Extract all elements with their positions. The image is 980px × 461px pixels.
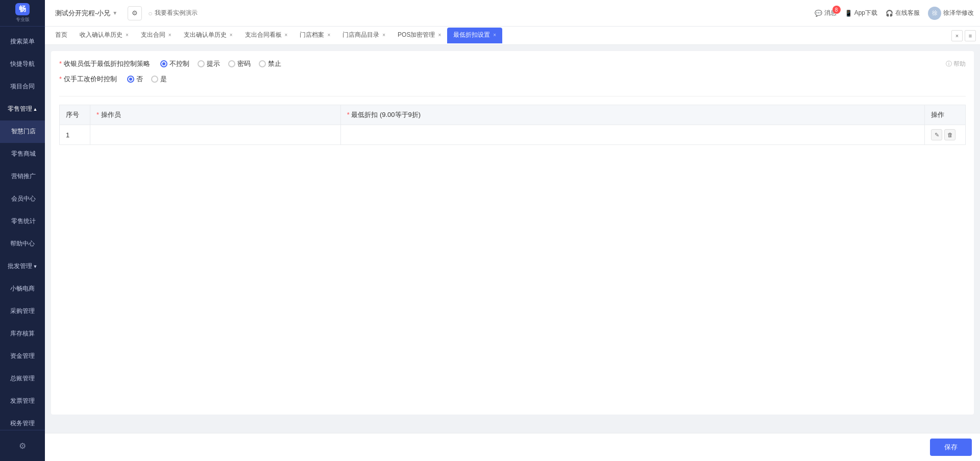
demo-circle-icon: ○	[148, 9, 152, 17]
tab-store-product[interactable]: 门店商品目录 ×	[336, 28, 391, 43]
delete-row-button[interactable]: 🗑	[944, 129, 955, 140]
sidebar-item-fund-manage[interactable]: 资金管理	[0, 345, 45, 368]
project-name: 测试分开完程-小兄	[55, 9, 110, 18]
app-download-button[interactable]: 📱 App下载	[845, 9, 877, 17]
demo-link[interactable]: ○ 我要看实例演示	[148, 9, 197, 17]
tab-payment-confirm[interactable]: 支出确认单历史 ×	[178, 28, 239, 43]
content-card: 收银员低于最低折扣控制策略 不控制 提示 密码	[51, 51, 974, 415]
tab-store-product-label: 门店商品目录	[342, 31, 379, 39]
help-label: 帮助	[953, 60, 966, 68]
radio-no-control-label: 不控制	[169, 59, 189, 68]
cell-min-discount[interactable]	[340, 125, 924, 145]
sidebar-item-smart-store[interactable]: 智慧门店	[0, 120, 45, 143]
tab-store-archive[interactable]: 门店档案 ×	[293, 28, 336, 43]
tab-payment-confirm-close[interactable]: ×	[230, 32, 233, 38]
tab-store-archive-label: 门店档案	[300, 31, 324, 39]
radio-manual-yes-label: 是	[160, 75, 167, 84]
tab-store-archive-close[interactable]: ×	[327, 32, 330, 38]
tab-menu-button[interactable]: ≡	[965, 30, 976, 41]
tab-home-label: 首页	[55, 31, 67, 39]
tab-pos-manage-close[interactable]: ×	[438, 32, 441, 38]
tabs-bar: 首页 收入确认单历史 × 支出合同 × 支出确认单历史 × 支出合同看板 × 门…	[45, 27, 980, 45]
radio-ban-circle	[259, 60, 266, 67]
tab-payment-view-close[interactable]: ×	[285, 32, 288, 38]
sidebar-menu: 搜索菜单 快捷导航 项目合同 零售管理 ▲ 智慧门店 零售商城 营销推广 会员中…	[0, 27, 45, 430]
sidebar-item-batch-manage[interactable]: 批发管理 ▼	[0, 255, 45, 278]
cashier-policy-label: 收银员低于最低折扣控制策略	[59, 59, 150, 68]
tab-payment-contract-label: 支出合同	[141, 31, 165, 39]
tab-min-discount[interactable]: 最低折扣设置 ×	[447, 28, 502, 43]
username-label: 徐泽华修改	[943, 9, 974, 17]
tab-pos-manage-label: POS加密管理	[398, 31, 435, 39]
sidebar-item-purchase-manage[interactable]: 采购管理	[0, 300, 45, 323]
sidebar-item-quick-nav[interactable]: 快捷导航	[0, 53, 45, 76]
sidebar-item-ledger-manage[interactable]: 总账管理	[0, 368, 45, 390]
save-button[interactable]: 保存	[930, 439, 972, 456]
col-operator: * 操作员	[90, 105, 341, 125]
col-actions: 操作	[925, 105, 966, 125]
main-content: 测试分开完程-小兄 ▼ ⚙ ○ 我要看实例演示 💬 消息 8 📱 App下载 🎧…	[45, 0, 980, 461]
tab-payment-view[interactable]: 支出合同看板 ×	[239, 28, 294, 43]
cell-operator[interactable]	[90, 125, 341, 145]
radio-manual-yes[interactable]: 是	[151, 75, 167, 84]
message-button[interactable]: 💬 消息 8	[815, 9, 837, 17]
sidebar-item-member-center[interactable]: 会员中心	[0, 188, 45, 210]
tab-home[interactable]: 首页	[49, 28, 74, 43]
chevron-down-icon-project: ▼	[112, 10, 117, 16]
radio-no-control[interactable]: 不控制	[160, 59, 189, 68]
sidebar-item-invoice-manage[interactable]: 发票管理	[0, 390, 45, 413]
avatar: 徐	[928, 7, 941, 20]
settings-gear-button[interactable]: ⚙	[0, 435, 45, 456]
sidebar-item-retail-manage[interactable]: 零售管理 ▲	[0, 98, 45, 120]
tab-payment-contract-close[interactable]: ×	[168, 32, 172, 38]
cashier-policy-row: 收银员低于最低折扣控制策略 不控制 提示 密码	[59, 59, 966, 68]
message-badge: 8	[832, 6, 841, 14]
user-menu[interactable]: 徐 徐泽华修改	[928, 7, 974, 20]
tab-pos-manage[interactable]: POS加密管理 ×	[391, 28, 447, 43]
tab-min-discount-close[interactable]: ×	[493, 32, 496, 38]
edit-row-button[interactable]: ✎	[931, 129, 942, 140]
manual-price-row: 仅手工改价时控制 否 是	[59, 75, 966, 84]
radio-ban[interactable]: 禁止	[259, 59, 281, 68]
online-support-button[interactable]: 🎧 在线客服	[886, 9, 920, 17]
sidebar-item-help-center[interactable]: 帮助中心	[0, 233, 45, 255]
gear-icon: ⚙	[132, 9, 138, 17]
radio-password-label: 密码	[237, 59, 251, 68]
topbar-right: 💬 消息 8 📱 App下载 🎧 在线客服 徐 徐泽华修改	[815, 7, 974, 20]
help-button[interactable]: ⓘ 帮助	[946, 60, 966, 68]
row-action-buttons: ✎ 🗑	[931, 129, 959, 140]
question-circle-icon: ⓘ	[946, 60, 952, 68]
sidebar-item-project-contract[interactable]: 项目合同	[0, 76, 45, 98]
sidebar-item-tax-manage[interactable]: 税务管理	[0, 413, 45, 430]
sidebar-item-retail-mall[interactable]: 零售商城	[0, 143, 45, 165]
cell-seq: 1	[60, 125, 90, 145]
radio-manual-yes-circle	[151, 76, 158, 83]
tab-payment-confirm-label: 支出确认单历史	[184, 31, 227, 39]
tab-payment-contract[interactable]: 支出合同 ×	[135, 28, 178, 43]
sidebar-item-marketing[interactable]: 营销推广	[0, 165, 45, 188]
sidebar-item-inventory-calc[interactable]: 库存核算	[0, 323, 45, 345]
form-section: 收银员低于最低折扣控制策略 不控制 提示 密码	[59, 59, 966, 96]
page-content: 收银员低于最低折扣控制策略 不控制 提示 密码	[45, 45, 980, 433]
manual-price-label: 仅手工改价时控制	[59, 75, 117, 84]
sidebar-item-search[interactable]: 搜索菜单	[0, 31, 45, 53]
radio-password[interactable]: 密码	[228, 59, 251, 68]
tab-income-confirm-close[interactable]: ×	[126, 32, 129, 38]
tab-store-product-close[interactable]: ×	[382, 32, 385, 38]
sidebar-item-small-ecommerce[interactable]: 小畅电商	[0, 278, 45, 300]
radio-password-circle	[228, 60, 235, 67]
topbar-settings-button[interactable]: ⚙	[128, 6, 142, 20]
table-row: 1 ✎ 🗑	[60, 125, 966, 145]
cashier-policy-radio-group: 不控制 提示 密码 禁止	[160, 59, 281, 68]
radio-manual-no[interactable]: 否	[127, 75, 143, 84]
radio-remind[interactable]: 提示	[198, 59, 220, 68]
radio-manual-no-circle	[127, 76, 134, 83]
radio-ban-label: 禁止	[268, 59, 281, 68]
tab-close-button[interactable]: ×	[951, 30, 963, 41]
sidebar-bottom: ⚙	[0, 430, 45, 461]
tab-income-confirm[interactable]: 收入确认单历史 ×	[74, 28, 135, 43]
sidebar-item-retail-stats[interactable]: 零售统计	[0, 210, 45, 233]
discount-table: 序号 * 操作员 * 最低折扣 (9.00等于9折) 操作	[59, 105, 966, 145]
project-selector[interactable]: 测试分开完程-小兄 ▼	[51, 7, 121, 20]
topbar: 测试分开完程-小兄 ▼ ⚙ ○ 我要看实例演示 💬 消息 8 📱 App下载 🎧…	[45, 0, 980, 27]
